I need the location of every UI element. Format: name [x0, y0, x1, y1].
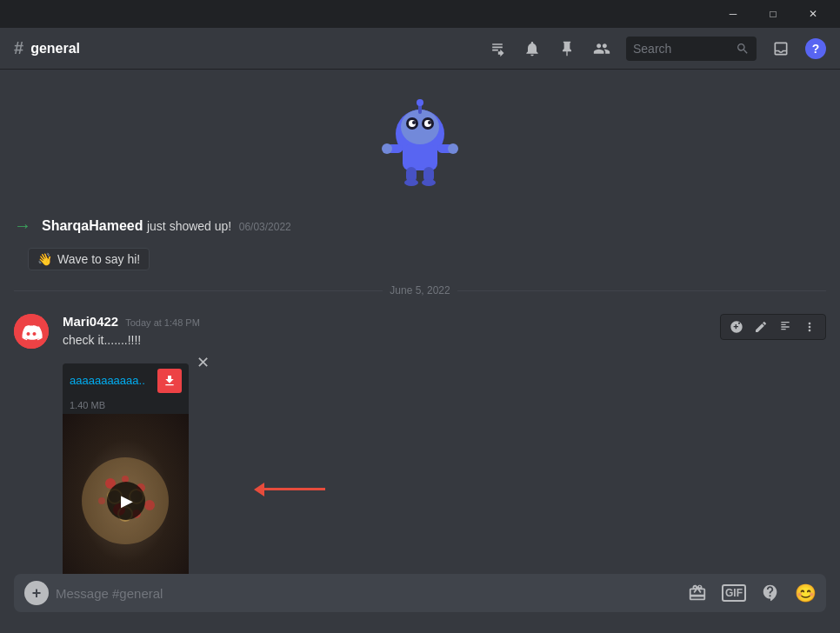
join-arrow-icon: → [14, 216, 31, 236]
gif-button[interactable]: GIF [722, 584, 746, 602]
svg-point-26 [98, 497, 105, 504]
download-button[interactable] [157, 369, 182, 393]
message-input[interactable] [56, 586, 680, 601]
join-date: 06/03/2022 [239, 221, 291, 233]
channel-hash-icon: # [14, 38, 23, 58]
video-attachment: aaaaaaaaaaa.. 1.40 MB [63, 363, 189, 574]
react-button[interactable] [728, 318, 745, 336]
wave-label: Wave to say hi! [57, 252, 140, 266]
svg-point-27 [144, 500, 155, 510]
message-input-container: + GIF 😊 [14, 574, 826, 612]
wave-emoji: 👋 [37, 252, 52, 266]
input-actions: GIF 😊 [687, 583, 816, 603]
user-avatar [14, 314, 49, 349]
add-button[interactable]: + [24, 581, 49, 605]
message-username: Mari0422 [63, 314, 118, 329]
message-header: Mari0422 Today at 1:48 PM [63, 314, 826, 329]
bot-section [0, 83, 840, 209]
join-action: just showed up! [147, 219, 231, 233]
arrow-line [264, 488, 325, 490]
sticker-button[interactable] [760, 583, 781, 603]
svg-point-14 [448, 143, 458, 154]
search-input[interactable] [633, 42, 730, 56]
date-divider: June 5, 2022 [0, 270, 840, 310]
attachment-header: aaaaaaaaaaa.. [63, 363, 189, 398]
bell-icon[interactable] [522, 38, 543, 59]
message-text: check it.......!!!! [63, 332, 826, 350]
message-input-bar: + GIF 😊 [0, 574, 840, 633]
message-actions [720, 314, 826, 340]
minimize-button[interactable]: ─ [713, 0, 753, 28]
play-icon: ▶ [121, 491, 133, 510]
close-button[interactable]: ✕ [793, 0, 833, 28]
members-icon[interactable] [591, 38, 612, 59]
svg-point-18 [422, 179, 436, 186]
wave-button[interactable]: 👋 Wave to say hi! [28, 248, 150, 270]
play-button[interactable]: ▶ [107, 482, 145, 520]
date-divider-label: June 5, 2022 [390, 284, 450, 297]
channel-title: # general [14, 38, 80, 58]
threads-icon[interactable] [487, 38, 508, 59]
svg-point-6 [412, 121, 416, 124]
help-button[interactable]: ? [805, 38, 826, 59]
pin-icon[interactable] [557, 38, 577, 59]
more-button[interactable] [801, 318, 818, 336]
attachment-size: 1.40 MB [63, 398, 189, 414]
arrow-annotation [254, 483, 325, 496]
svg-point-9 [417, 99, 423, 106]
svg-point-7 [428, 121, 431, 124]
arrow-head [254, 483, 264, 496]
wave-button-container: 👋 Wave to say hi! [0, 243, 840, 270]
svg-point-17 [404, 179, 418, 186]
edit-button[interactable] [752, 318, 770, 336]
header-actions: ? [487, 37, 826, 61]
bot-mascot-image [368, 90, 472, 195]
maximize-button[interactable]: □ [753, 0, 793, 28]
attachment-filename: aaaaaaaaaaa.. [70, 374, 145, 387]
join-message: → SharqaHameed just showed up! 06/03/202… [0, 209, 840, 243]
message-timestamp: Today at 1:48 PM [125, 317, 200, 328]
main-content: → SharqaHameed just showed up! 06/03/202… [0, 70, 840, 633]
inbox-icon[interactable] [770, 38, 791, 59]
gift-button[interactable] [687, 583, 708, 603]
attachment-container: aaaaaaaaaaa.. 1.40 MB [63, 356, 189, 574]
attachment-close-button[interactable]: ✕ [197, 355, 210, 370]
titlebar: ─ □ ✕ [0, 0, 840, 28]
video-thumbnail[interactable]: ▶ [63, 414, 189, 574]
chat-message: Mari0422 Today at 1:48 PM check it......… [0, 310, 840, 560]
thread-button[interactable] [777, 318, 794, 336]
svg-point-13 [382, 143, 392, 154]
join-message-content: SharqaHameed just showed up! 06/03/2022 [42, 218, 291, 234]
emoji-button[interactable]: 😊 [795, 583, 816, 603]
svg-point-1 [401, 110, 439, 144]
channel-name: general [30, 41, 80, 57]
search-icon [736, 42, 750, 56]
svg-rect-10 [403, 144, 437, 170]
channel-header: # general [0, 28, 840, 70]
search-bar[interactable] [626, 37, 757, 61]
message-content: Mari0422 Today at 1:48 PM check it......… [63, 314, 826, 556]
join-username: SharqaHameed [42, 218, 143, 233]
messages-list: → SharqaHameed just showed up! 06/03/202… [0, 70, 840, 574]
